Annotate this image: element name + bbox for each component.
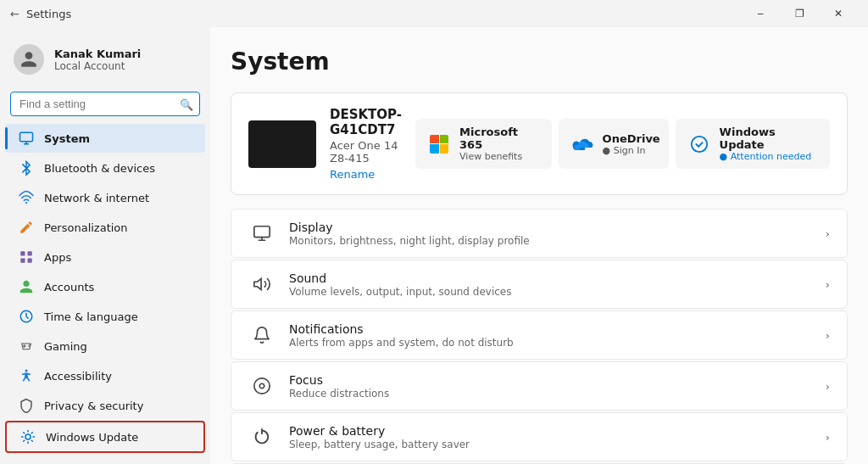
accounts-icon <box>19 279 34 294</box>
quick-link-subtitle-onedrive: ● Sign In <box>603 145 660 156</box>
content-area: System DESKTOP-G41CDT7 Acer One 14 Z8-41… <box>210 27 868 464</box>
sidebar-label-privacy: Privacy & security <box>44 400 143 412</box>
onedrive-icon <box>570 132 594 156</box>
quick-links: Microsoft 365 View benefits OneDrive ● S… <box>415 119 830 169</box>
settings-item-display[interactable]: Display Monitors, brightness, night ligh… <box>231 209 848 258</box>
quick-link-title-windows-update: Windows Update <box>720 126 818 151</box>
sidebar-label-time: Time & language <box>44 310 138 323</box>
sidebar-item-bluetooth[interactable]: Bluetooth & devices <box>5 154 205 182</box>
sidebar-label-windows-update: Windows Update <box>46 431 138 444</box>
settings-text-power: Power & battery Sleep, battery usage, ba… <box>289 424 812 450</box>
device-info: DESKTOP-G41CDT7 Acer One 14 Z8-415 Renam… <box>330 107 402 181</box>
sidebar-item-accessibility[interactable]: Accessibility <box>5 361 205 390</box>
chevron-right-icon: › <box>826 380 830 393</box>
sidebar-item-privacy[interactable]: Privacy & security <box>5 391 205 420</box>
sidebar-label-accessibility: Accessibility <box>44 370 112 383</box>
svg-point-11 <box>254 378 270 394</box>
avatar <box>14 44 44 75</box>
settings-desc-sound: Volume levels, output, input, sound devi… <box>289 286 812 298</box>
settings-text-display: Display Monitors, brightness, night ligh… <box>289 221 812 247</box>
display-icon <box>248 220 275 247</box>
sidebar-item-accounts[interactable]: Accounts <box>5 272 205 301</box>
chevron-right-icon: › <box>826 431 830 444</box>
sidebar-label-gaming: Gaming <box>44 340 87 353</box>
settings-desc-notifications: Alerts from apps and system, do not dist… <box>289 337 812 349</box>
settings-desc-focus: Reduce distractions <box>289 388 812 400</box>
settings-item-focus[interactable]: Focus Reduce distractions › <box>231 361 848 411</box>
settings-text-notifications: Notifications Alerts from apps and syste… <box>289 322 812 349</box>
sidebar-label-network: Network & internet <box>44 192 149 204</box>
svg-point-9 <box>691 136 706 151</box>
svg-rect-4 <box>20 259 25 263</box>
user-name: Kanak Kumari <box>54 48 141 60</box>
main-layout: Kanak Kumari Local Account 🔍 System Blue… <box>0 27 868 464</box>
sidebar-label-accounts: Accounts <box>44 281 94 293</box>
search-box[interactable]: 🔍 <box>10 92 200 116</box>
user-profile[interactable]: Kanak Kumari Local Account <box>0 34 210 85</box>
quick-link-title-onedrive: OneDrive <box>603 132 660 145</box>
sidebar-label-personalization: Personalization <box>44 221 128 234</box>
device-card: DESKTOP-G41CDT7 Acer One 14 Z8-415 Renam… <box>231 92 848 195</box>
microsoft365-icon <box>427 132 451 156</box>
close-button[interactable]: ✕ <box>819 0 858 27</box>
settings-title-sound: Sound <box>289 271 812 285</box>
chevron-right-icon: › <box>826 329 830 342</box>
quick-link-onedrive[interactable]: OneDrive ● Sign In <box>559 119 669 169</box>
titlebar: ← Settings – ❐ ✕ <box>0 0 868 27</box>
user-info: Kanak Kumari Local Account <box>54 48 141 72</box>
page-title: System <box>231 48 848 75</box>
sidebar-item-network[interactable]: Network & internet <box>5 183 205 212</box>
quick-link-subtitle-microsoft365: View benefits <box>459 151 540 162</box>
sidebar-item-apps[interactable]: Apps <box>5 243 205 271</box>
chevron-right-icon: › <box>826 227 830 240</box>
network-icon <box>19 190 34 205</box>
chevron-right-icon: › <box>826 278 830 291</box>
settings-desc-power: Sleep, battery usage, battery saver <box>289 439 812 450</box>
settings-text-sound: Sound Volume levels, output, input, soun… <box>289 271 812 298</box>
svg-rect-10 <box>254 226 270 238</box>
rename-link[interactable]: Rename <box>330 168 402 181</box>
bluetooth-icon <box>19 160 34 176</box>
settings-title-display: Display <box>289 221 812 234</box>
notifications-icon <box>248 321 275 349</box>
quick-link-microsoft365[interactable]: Microsoft 365 View benefits <box>415 119 552 169</box>
svg-point-1 <box>25 202 27 204</box>
settings-item-notifications[interactable]: Notifications Alerts from apps and syste… <box>231 310 848 360</box>
quick-link-text-windows-update: Windows Update ● Attention needed <box>720 126 818 162</box>
power-icon <box>248 423 275 450</box>
accessibility-icon <box>19 368 34 383</box>
settings-desc-display: Monitors, brightness, night light, displ… <box>289 235 812 247</box>
sidebar-item-time[interactable]: Time & language <box>5 302 205 331</box>
device-model: Acer One 14 Z8-415 <box>330 139 402 165</box>
sidebar-item-system[interactable]: System <box>5 124 205 153</box>
privacy-icon <box>19 398 34 413</box>
svg-point-8 <box>25 434 31 439</box>
svg-rect-5 <box>28 259 32 263</box>
svg-rect-3 <box>28 251 32 255</box>
restore-button[interactable]: ❐ <box>780 0 819 27</box>
sidebar-item-gaming[interactable]: Gaming <box>5 332 205 361</box>
settings-item-power[interactable]: Power & battery Sleep, battery usage, ba… <box>231 412 848 461</box>
quick-link-title-microsoft365: Microsoft 365 <box>459 126 540 151</box>
titlebar-left: ← Settings <box>10 8 71 20</box>
system-icon <box>19 131 34 146</box>
sidebar-label-bluetooth: Bluetooth & devices <box>44 162 155 175</box>
device-name: DESKTOP-G41CDT7 <box>330 107 402 137</box>
quick-link-text-microsoft365: Microsoft 365 View benefits <box>459 126 540 162</box>
svg-rect-2 <box>20 251 25 255</box>
device-thumbnail <box>248 120 316 168</box>
apps-icon <box>19 249 34 265</box>
sidebar-item-personalization[interactable]: Personalization <box>5 213 205 242</box>
back-icon[interactable]: ← <box>10 8 19 20</box>
settings-item-sound[interactable]: Sound Volume levels, output, input, soun… <box>231 260 848 309</box>
quick-link-windows-update[interactable]: Windows Update ● Attention needed <box>676 119 830 169</box>
sidebar-item-windows-update[interactable]: Windows Update <box>5 421 205 453</box>
minimize-button[interactable]: – <box>741 0 780 27</box>
svg-point-7 <box>25 370 28 372</box>
window-controls: – ❐ ✕ <box>741 0 858 27</box>
quick-link-text-onedrive: OneDrive ● Sign In <box>603 132 660 156</box>
nav-list: System Bluetooth & devices Network & int… <box>0 123 210 454</box>
user-type: Local Account <box>54 60 141 72</box>
search-input[interactable] <box>10 92 200 116</box>
quick-link-subtitle-windows-update: ● Attention needed <box>720 151 818 162</box>
